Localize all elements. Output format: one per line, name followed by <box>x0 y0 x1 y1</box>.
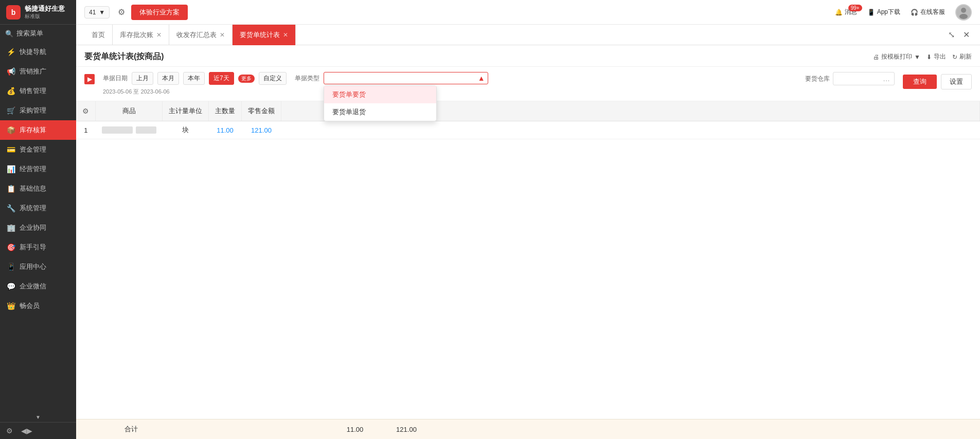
settings-icon[interactable]: ⚙ <box>6 427 13 435</box>
date-btn-up-month[interactable]: 上月 <box>132 72 153 85</box>
sidebar-item-label: 资金管理 <box>20 145 46 154</box>
sidebar-item-finance[interactable]: 💳 资金管理 <box>0 140 76 159</box>
app-download-button[interactable]: 📱 App下载 <box>867 8 900 16</box>
sidebar-item-purchase[interactable]: 🛒 采购管理 <box>0 101 76 120</box>
header-gear-icon[interactable]: ⚙ <box>118 7 125 17</box>
table-row: 1 块 11.00 121.00 <box>76 121 980 139</box>
summary-amount-value: 121.00 <box>381 426 432 433</box>
warehouse-more-icon[interactable]: … <box>883 75 890 83</box>
sidebar-item-inventory[interactable]: 📦 库存核算 <box>0 120 76 140</box>
date-more-badge[interactable]: 更多 <box>238 75 255 83</box>
tab-receive-summary-close[interactable]: ✕ <box>220 31 225 39</box>
online-service-button[interactable]: 🎧 在线客服 <box>911 8 945 16</box>
sidebar-item-label: 企业微信 <box>20 282 46 291</box>
headset-icon: 🎧 <box>911 9 918 16</box>
tab-inventory-batch[interactable]: 库存批次账 ✕ <box>113 25 169 45</box>
sidebar-item-label: 营销推广 <box>20 67 46 76</box>
tab-expand-icon[interactable]: ⤡ <box>946 28 957 42</box>
sidebar-item-app-center[interactable]: 📱 应用中心 <box>0 257 76 277</box>
row-extra <box>281 121 980 139</box>
sidebar-item-label: 企业协同 <box>20 223 46 232</box>
vip-icon: 👑 <box>6 301 15 310</box>
row-amount[interactable]: 121.00 <box>242 121 281 139</box>
svg-point-1 <box>961 8 966 13</box>
app-center-icon: 📱 <box>6 262 15 271</box>
summary-label: 合计 <box>82 425 185 434</box>
quick-nav-icon: ⚡ <box>6 47 15 57</box>
user-avatar[interactable] <box>955 4 972 21</box>
sidebar-item-quick-nav[interactable]: ⚡ 快捷导航 <box>0 42 76 62</box>
sidebar-item-sales[interactable]: 💰 销售管理 <box>0 81 76 101</box>
tab-receive-summary[interactable]: 收发存汇总表 ✕ <box>169 25 233 45</box>
warehouse-filter-section: 要货仓库 … <box>805 72 895 85</box>
summary-values: 11.00 121.00 <box>185 426 432 433</box>
tab-close-all-icon[interactable]: ✕ <box>961 28 972 42</box>
sidebar-item-system[interactable]: 🔧 系统管理 <box>0 198 76 218</box>
filter-settings-button[interactable]: 设置 <box>941 74 972 89</box>
date-btn-custom[interactable]: 自定义 <box>259 72 287 85</box>
query-button[interactable]: 查询 <box>903 75 937 89</box>
sidebar-item-marketing[interactable]: 📢 营销推广 <box>0 62 76 81</box>
sidebar-search[interactable]: 🔍 搜索菜单 <box>0 25 76 42</box>
tab-order-summary-close[interactable]: ✕ <box>283 31 288 39</box>
type-filter-clear-icon[interactable]: ▲ <box>478 74 485 82</box>
print-icon: 🖨 <box>873 53 879 61</box>
sidebar-item-vip[interactable]: 👑 畅会员 <box>0 296 76 316</box>
date-filter-label: 单据日期 <box>103 74 128 83</box>
col-settings[interactable]: ⚙ <box>76 101 96 121</box>
sidebar-item-base-info[interactable]: 📋 基础信息 <box>0 179 76 198</box>
tab-order-summary[interactable]: 要货单统计表 ✕ <box>233 25 296 45</box>
collapse-sidebar-icon[interactable]: ◀▶ <box>21 427 32 435</box>
tab-inventory-batch-close[interactable]: ✕ <box>156 31 162 39</box>
row-unit: 块 <box>163 121 209 139</box>
sidebar-scroll-down[interactable]: ▼ <box>0 412 76 422</box>
dropdown-item-order-return[interactable]: 要货单退货 <box>324 103 436 121</box>
tab-inventory-batch-label: 库存批次账 <box>120 30 153 40</box>
trial-industry-button[interactable]: 体验行业方案 <box>131 5 188 20</box>
type-filter-label: 单据类型 <box>295 74 319 83</box>
print-template-button[interactable]: 🖨 按模板打印 ▼ <box>873 52 920 61</box>
svg-point-2 <box>959 14 968 19</box>
filter-bar: ▶ 单据日期 上月 本月 本年 近7天 更多 自定义 2023-05-06 至 … <box>76 67 980 101</box>
app-logo-icon: b <box>6 5 21 20</box>
chevron-down-icon: ▼ <box>914 53 920 61</box>
date-btn-current-month[interactable]: 本月 <box>157 72 179 85</box>
sidebar-item-label: 采购管理 <box>20 106 46 115</box>
dropdown-item-order-purchase[interactable]: 要货单要货 <box>324 86 436 103</box>
wechat-icon: 💬 <box>6 282 15 291</box>
export-button[interactable]: ⬇ 导出 <box>926 52 946 61</box>
guide-icon: 🎯 <box>6 243 15 252</box>
sidebar-item-guide[interactable]: 🎯 新手引导 <box>0 237 76 257</box>
date-range-text: 2023-05-06 至 2023-06-06 <box>103 88 170 96</box>
sidebar: b 畅捷通好生意 标准版 🔍 搜索菜单 ⚡ 快捷导航 📢 营销推广 💰 销售管理… <box>0 0 76 439</box>
row-quantity[interactable]: 11.00 <box>209 121 242 139</box>
page-title: 要货单统计表(按商品) <box>84 51 164 62</box>
date-filter-section: 单据日期 上月 本月 本年 近7天 更多 自定义 2023-05-06 至 20… <box>103 72 287 96</box>
tab-order-summary-label: 要货单统计表 <box>240 30 280 40</box>
warehouse-input[interactable]: … <box>833 72 895 85</box>
summary-quantity <box>185 426 329 433</box>
tab-home[interactable]: 首页 <box>84 25 113 45</box>
store-selector[interactable]: 41 ▼ <box>84 6 110 19</box>
main-content: 41 ▼ ⚙ 体验行业方案 🔔 消息 99+ 📱 App下载 🎧 在线客服 <box>76 0 980 439</box>
date-btn-7days[interactable]: 近7天 <box>209 72 234 85</box>
sidebar-item-label: 基础信息 <box>20 184 46 193</box>
filter-expand-button[interactable]: ▶ <box>84 74 95 84</box>
enterprise-icon: 🏢 <box>6 223 15 232</box>
row-index: 1 <box>76 121 96 139</box>
date-btn-current-year[interactable]: 本年 <box>183 72 205 85</box>
notification-button[interactable]: 🔔 消息 99+ <box>835 8 857 16</box>
type-filter-input[interactable] <box>324 72 488 84</box>
bell-icon: 🔔 <box>835 9 843 16</box>
filter-buttons: 查询 设置 <box>903 74 972 89</box>
operations-icon: 📊 <box>6 164 15 174</box>
sidebar-item-wechat[interactable]: 💬 企业微信 <box>0 277 76 296</box>
tab-home-label: 首页 <box>92 30 105 40</box>
refresh-button[interactable]: ↻ 刷新 <box>952 52 972 61</box>
sidebar-logo: b 畅捷通好生意 标准版 <box>0 0 76 25</box>
column-settings-icon[interactable]: ⚙ <box>82 107 89 115</box>
col-product: 商品 <box>96 101 163 121</box>
table-header-row: ⚙ 商品 主计量单位 主数量 零售金额 <box>76 101 980 121</box>
sidebar-item-operations[interactable]: 📊 经营管理 <box>0 159 76 179</box>
sidebar-item-enterprise[interactable]: 🏢 企业协同 <box>0 218 76 237</box>
